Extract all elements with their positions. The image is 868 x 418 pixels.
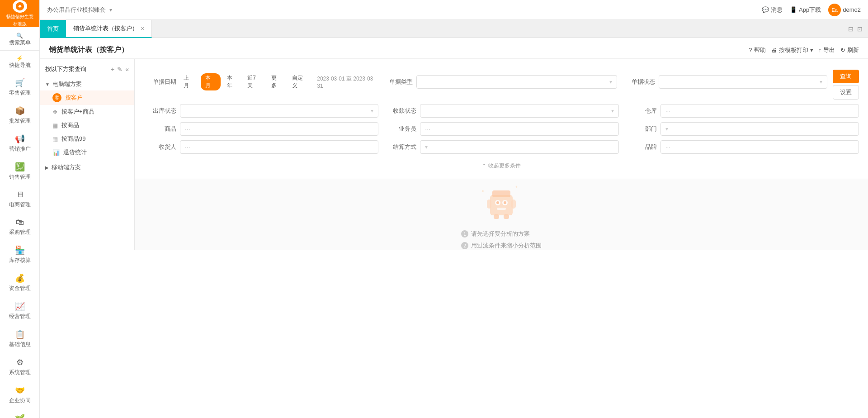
- help-label: 帮助: [754, 46, 766, 54]
- sidebar: 畅捷信好生意 标准版 🔍 搜索菜单 ⚡ 快捷导航 🛒 零售管理 📦 批发管理 📢…: [0, 0, 40, 418]
- filter-row-2: 出库状态 ▾ 收款状态 ▾: [144, 104, 859, 118]
- date-tab-this-month[interactable]: 本月: [201, 73, 221, 90]
- filter-area: 单据日期 上月 本月 本年 近7天 更多 自定义 2023-03-01 至 20…: [135, 59, 868, 179]
- scheme-item-by-customer-goods[interactable]: ❖ 按客户+商品: [40, 105, 134, 119]
- topbar-dropdown-icon[interactable]: ▾: [109, 7, 112, 13]
- brand-select[interactable]: ···: [660, 140, 859, 154]
- collapse-bar[interactable]: ⌃ 收起更多条件: [144, 158, 859, 173]
- goods-select[interactable]: ···: [180, 122, 378, 136]
- topbar-title: 办公用品行业模拟账套: [47, 6, 106, 14]
- warehouse-label: 仓库: [624, 107, 660, 115]
- settings-button[interactable]: 设置: [833, 85, 859, 100]
- purchase-icon: 🛍: [16, 218, 24, 227]
- sidebar-item-newbie[interactable]: 🌱 新手引导: [0, 409, 40, 418]
- svg-rect-2: [492, 190, 510, 197]
- tip-num-2: 2: [461, 242, 468, 249]
- wholesale-icon: 📦: [15, 106, 25, 116]
- sidebar-item-basic[interactable]: 📋 基础信息: [0, 325, 40, 353]
- sidebar-sales-label: 销售管理: [9, 173, 31, 181]
- page-title: 销货单统计表（按客户）: [49, 45, 128, 55]
- app-download-btn[interactable]: 📱 App下载: [790, 6, 821, 14]
- salesman-select[interactable]: ···: [420, 122, 618, 136]
- tab-home[interactable]: 首页: [40, 20, 66, 38]
- tab-sales-stat[interactable]: 销货单统计表（按客户） ×: [66, 20, 152, 38]
- user-profile-btn[interactable]: Ea demo2: [828, 4, 861, 16]
- user-avatar-text: Ea: [832, 7, 838, 13]
- date-label: 单据日期: [144, 78, 180, 86]
- data-area: ✦ ✦ 1 请先选择要分析的方案 2 用过滤条件来缩小分析范围: [135, 179, 868, 250]
- refresh-btn[interactable]: ↻ 刷新: [840, 46, 859, 54]
- sidebar-item-cooperation[interactable]: 🤝 企业协同: [0, 381, 40, 409]
- by-customer-dot: 客: [52, 93, 61, 102]
- doc-status-select[interactable]: ▾: [659, 75, 827, 89]
- scheme-add-icon[interactable]: +: [111, 66, 114, 73]
- svg-rect-1: [490, 195, 513, 215]
- receipt-status-select[interactable]: ▾: [420, 104, 618, 118]
- message-btn[interactable]: 💬 消息: [762, 6, 783, 14]
- sidebar-item-retail[interactable]: 🛒 零售管理: [0, 73, 40, 101]
- sidebar-item-system[interactable]: ⚙ 系统管理: [0, 353, 40, 381]
- export-icon: ↑: [819, 47, 822, 53]
- sidebar-item-inventory[interactable]: 🏪 库存核算: [0, 241, 40, 269]
- warehouse-select[interactable]: ···: [660, 104, 859, 118]
- sidebar-operations-label: 经营管理: [9, 313, 31, 320]
- sidebar-item-sales[interactable]: 💹 销售管理: [0, 157, 40, 185]
- scheme-item-by-customer[interactable]: 客 按客户: [40, 90, 134, 105]
- tip-num-1: 1: [461, 230, 468, 238]
- by-customer-goods-icon: ❖: [52, 109, 58, 115]
- scheme-collapse-icon[interactable]: «: [125, 66, 129, 73]
- filter-row-3: 商品 ··· 业务员 ···: [144, 122, 859, 136]
- date-tab-last7[interactable]: 近7天: [244, 73, 264, 90]
- sidebar-item-ecommerce[interactable]: 🖥 电商管理: [0, 185, 40, 213]
- scheme-group-desktop-title[interactable]: ▼ 电脑端方案: [40, 78, 134, 90]
- export-btn[interactable]: ↑ 导出: [819, 46, 835, 54]
- scheme-item-by-goods99[interactable]: ▦ 按商品99: [40, 132, 134, 146]
- help-btn[interactable]: ? 帮助: [749, 46, 765, 54]
- date-filter-value: 上月 本月 本年 近7天 更多 自定义 2023-03-01 至 2023-03…: [180, 73, 380, 90]
- sidebar-logo[interactable]: 畅捷信好生意 标准版: [0, 0, 40, 27]
- date-tab-last-month[interactable]: 上月: [180, 73, 198, 90]
- doc-status-chevron: ▾: [820, 79, 822, 85]
- scheme-item-return-stat[interactable]: 📊 退货统计: [40, 146, 134, 159]
- out-status-chevron: ▾: [371, 108, 373, 114]
- query-button[interactable]: 查询: [833, 70, 859, 83]
- newbie-icon: 🌱: [15, 413, 25, 418]
- svg-rect-10: [494, 214, 499, 219]
- date-tab-this-year[interactable]: 本年: [223, 73, 241, 90]
- empty-tip-2: 2 用过滤条件来缩小分析范围: [461, 242, 542, 250]
- scheme-edit-icon[interactable]: ✎: [117, 66, 123, 73]
- print-icon: 🖨: [771, 47, 777, 53]
- tab-minimize-icon[interactable]: ⊟: [848, 25, 854, 33]
- department-chevron: ▾: [665, 126, 668, 132]
- recipient-dots: ···: [185, 143, 190, 151]
- sidebar-item-purchase[interactable]: 🛍 采购管理: [0, 213, 40, 241]
- sidebar-item-marketing[interactable]: 📢 营销推广: [0, 129, 40, 157]
- doc-status-label: 单据状态: [623, 78, 659, 86]
- sidebar-item-search[interactable]: 🔍 搜索菜单: [0, 27, 40, 51]
- scheme-item-by-goods[interactable]: ▦ 按商品: [40, 119, 134, 132]
- sidebar-item-finance[interactable]: 💰 资金管理: [0, 269, 40, 297]
- scheme-group-mobile-title[interactable]: ▶ 移动端方案: [40, 161, 134, 174]
- date-tab-custom[interactable]: 自定义: [288, 73, 312, 90]
- receipt-status-chevron: ▾: [611, 108, 614, 114]
- settle-select[interactable]: ▾: [420, 140, 618, 154]
- sidebar-item-wholesale[interactable]: 📦 批发管理: [0, 101, 40, 129]
- out-status-select[interactable]: ▾: [180, 104, 378, 118]
- recipient-select[interactable]: ···: [180, 140, 378, 154]
- sidebar-item-operations[interactable]: 📈 经营管理: [0, 297, 40, 325]
- scheme-panel-header: 按以下方案查询 + ✎ «: [40, 62, 134, 76]
- desktop-group-label: 电脑端方案: [52, 80, 82, 88]
- mobile-group-label: 移动端方案: [52, 163, 81, 171]
- tab-maximize-icon[interactable]: ⊡: [857, 25, 863, 33]
- svg-point-5: [496, 201, 499, 204]
- out-status-label: 出库状态: [144, 107, 180, 115]
- sidebar-item-quick-nav[interactable]: ⚡ 快捷导航: [0, 51, 40, 73]
- date-tab-more[interactable]: 更多: [268, 73, 286, 90]
- collapse-label: 收起更多条件: [488, 162, 521, 170]
- print-btn[interactable]: 🖨 按模板打印 ▾: [771, 46, 813, 54]
- tab-close-btn[interactable]: ×: [141, 25, 144, 32]
- by-goods99-label: 按商品99: [61, 135, 85, 143]
- svg-text:✦: ✦: [515, 185, 518, 189]
- department-select[interactable]: ▾: [660, 122, 859, 136]
- doc-type-select[interactable]: ▾: [416, 75, 617, 89]
